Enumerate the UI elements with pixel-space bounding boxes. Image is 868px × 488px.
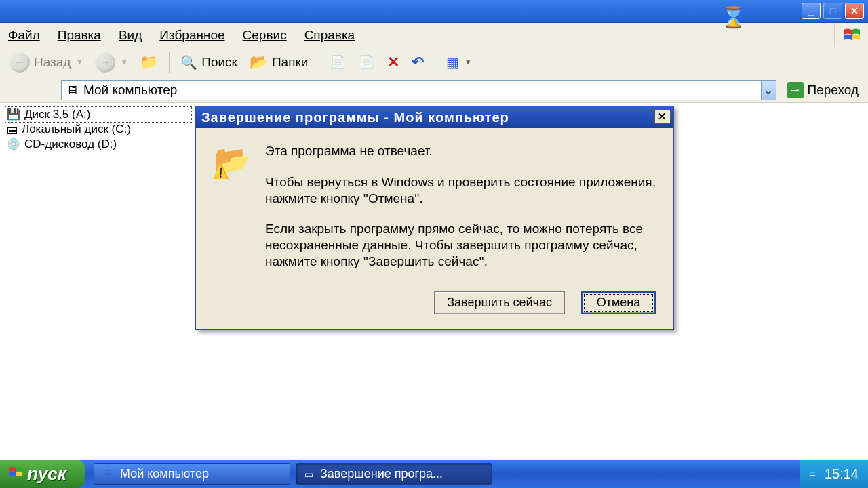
dialog-titlebar[interactable]: Завершение программы - Мой компьютер ✕	[196, 106, 673, 128]
up-folder-button[interactable]	[136, 52, 162, 73]
go-button[interactable]: → Переход	[781, 80, 865, 100]
end-now-label: Завершить сейчас	[447, 296, 552, 310]
windows-flag-icon	[834, 23, 868, 47]
minimize-icon: _	[808, 5, 814, 16]
chevron-down-icon: ▼	[76, 58, 83, 66]
views-icon	[446, 54, 459, 70]
folders-button[interactable]: Папки	[245, 52, 312, 73]
address-bar: Мой компьютер ⌄ → Переход	[0, 77, 868, 103]
floppy-icon	[7, 108, 20, 121]
folder-up-icon	[140, 54, 158, 71]
address-value: Мой компьютер	[83, 83, 177, 98]
taskbar-item-label: Мой компьютер	[120, 467, 209, 481]
clock: 15:14	[825, 466, 859, 482]
dialog-close-button[interactable]: ✕	[654, 109, 671, 124]
minimize-button[interactable]: _	[802, 3, 821, 19]
toolbar-separator	[435, 52, 435, 73]
dialog-p1: Эта программа не отвечает.	[265, 143, 656, 159]
search-icon	[180, 54, 197, 70]
menu-bar: Файл Правка Вид Избранное Сервис Справка…	[0, 23, 868, 47]
address-field[interactable]: Мой компьютер ⌄	[61, 80, 776, 100]
menu-file[interactable]: Файл	[8, 28, 40, 43]
folders-label: Папки	[272, 55, 308, 70]
close-window-button[interactable]: ✕	[845, 3, 864, 19]
toolbar: ← Назад ▼ → ▼ Поиск Папки 📄 📄 ✕ ↶ ▼	[0, 47, 868, 77]
menu-help[interactable]: Справка	[304, 28, 355, 43]
go-label: Переход	[808, 83, 859, 98]
undo-button[interactable]: ↶	[408, 52, 428, 73]
move-to-button[interactable]: 📄	[326, 53, 351, 71]
copy-to-button[interactable]: 📄	[355, 53, 379, 71]
close-icon: ✕	[658, 110, 667, 123]
tree-item-local-disk[interactable]: Локальный диск (C:)	[5, 122, 191, 137]
system-tray[interactable]: ≡ 15:14	[800, 460, 868, 488]
cancel-label: Отмена	[597, 296, 641, 310]
dialog-title-text: Завершение программы - Мой компьютер	[201, 110, 509, 125]
delete-button[interactable]: ✕	[383, 52, 403, 73]
taskbar-item-end-program[interactable]: Завершение програ...	[296, 463, 492, 485]
tree-item-floppy[interactable]: Диск 3,5 (A:)	[5, 107, 191, 122]
folder-tree: Диск 3,5 (A:) Локальный диск (C:) CD-дис…	[0, 103, 197, 460]
back-button[interactable]: ← Назад ▼	[5, 51, 87, 74]
maximize-icon: □	[830, 5, 835, 16]
end-program-dialog: Завершение программы - Мой компьютер ✕ 📂…	[195, 106, 674, 330]
menu-favorites[interactable]: Избранное	[159, 28, 224, 43]
tray-chevron-icon[interactable]: ≡	[810, 468, 815, 479]
hourglass-cursor-icon: ⌛	[721, 5, 746, 29]
windows-flag-icon	[8, 466, 23, 483]
start-label: пуск	[27, 464, 66, 485]
taskbar-item-label: Завершение програ...	[320, 467, 443, 481]
tree-item-cd-drive[interactable]: CD-дисковод (D:)	[5, 137, 191, 152]
dialog-p2: Чтобы вернуться в Windows и проверить со…	[265, 174, 656, 207]
tree-item-label: Локальный диск (C:)	[22, 123, 131, 136]
search-label: Поиск	[201, 55, 237, 70]
menu-edit[interactable]: Правка	[58, 28, 101, 43]
dialog-warning-folder-icon: 📂⚠️	[214, 143, 250, 177]
toolbar-separator	[169, 52, 170, 73]
forward-button[interactable]: → ▼	[91, 51, 132, 74]
back-arrow-icon: ←	[9, 52, 30, 73]
chevron-down-icon: ▼	[465, 58, 471, 66]
folders-icon	[250, 54, 268, 71]
menu-tools[interactable]: Сервис	[243, 28, 287, 43]
maximize-button[interactable]: □	[823, 3, 842, 19]
go-arrow-icon: →	[787, 82, 804, 98]
cd-icon	[7, 138, 20, 151]
address-dropdown-button[interactable]: ⌄	[761, 81, 776, 100]
hdd-icon	[7, 123, 18, 136]
chevron-down-icon: ▼	[121, 58, 127, 66]
toolbar-separator	[319, 52, 319, 73]
dialog-text: Эта программа не отвечает. Чтобы вернуть…	[265, 143, 656, 274]
chevron-down-icon: ⌄	[763, 82, 774, 98]
views-button[interactable]: ▼	[442, 53, 475, 72]
tree-item-label: Диск 3,5 (A:)	[24, 108, 90, 121]
delete-icon: ✕	[387, 54, 399, 71]
forward-arrow-icon: →	[95, 52, 115, 73]
end-now-button[interactable]: Завершить сейчас	[434, 291, 565, 314]
cancel-button[interactable]: Отмена	[581, 291, 656, 314]
undo-icon: ↶	[412, 54, 424, 71]
start-button[interactable]: пуск	[0, 460, 85, 488]
window-icon	[304, 467, 313, 481]
search-button[interactable]: Поиск	[176, 53, 241, 72]
tree-item-label: CD-дисковод (D:)	[24, 138, 117, 151]
my-computer-icon	[102, 467, 113, 481]
dialog-p3: Если закрыть программу прямо сейчас, то …	[265, 221, 656, 269]
my-computer-icon	[66, 83, 78, 98]
taskbar: пуск Мой компьютер Завершение програ... …	[0, 460, 868, 488]
close-icon: ✕	[850, 5, 859, 16]
menu-view[interactable]: Вид	[119, 28, 142, 43]
taskbar-item-my-computer[interactable]: Мой компьютер	[94, 463, 290, 485]
back-label: Назад	[34, 55, 71, 70]
